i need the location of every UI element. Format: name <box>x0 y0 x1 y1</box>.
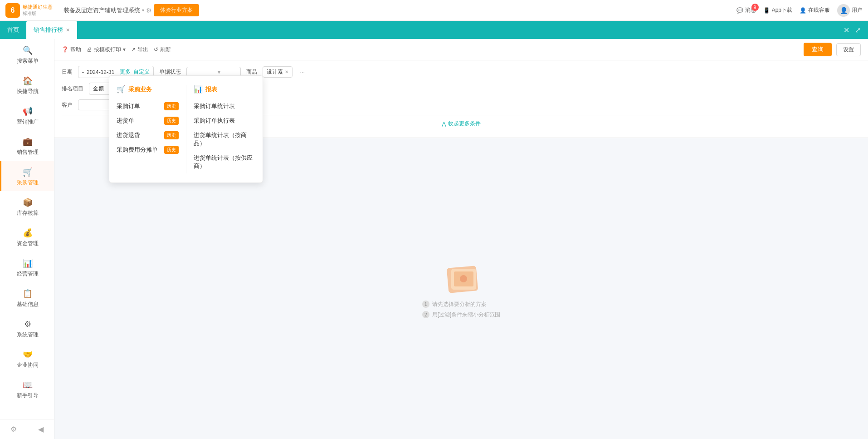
export-icon: ↗ <box>131 46 136 53</box>
date-more-btn[interactable]: 更多 <box>120 68 131 76</box>
tab-home[interactable]: 首页 <box>0 21 26 39</box>
user-btn[interactable]: 👤 用户 <box>837 4 863 17</box>
sidebar-item-guide[interactable]: 📖 新手引导 <box>0 374 54 404</box>
collapse-sidebar-icon[interactable]: ◀ <box>38 425 44 434</box>
settings-btn[interactable]: 设置 <box>836 43 861 56</box>
dropdown-goods-receipt[interactable]: 进货单 历史 <box>117 113 179 128</box>
collapse-icon: ⋀ <box>442 121 446 127</box>
action-bar-right: 查询 设置 <box>804 43 861 56</box>
history-badge-1[interactable]: 历史 <box>164 117 179 125</box>
tab-expand-icon[interactable]: ⤢ <box>855 26 861 35</box>
query-btn[interactable]: 查询 <box>804 43 832 56</box>
dropdown-left-col: 🛒 采购业务 采购订单 历史 进货单 历史 进货退货 历史 <box>109 81 186 177</box>
basic-icon: 📋 <box>23 289 33 299</box>
sidebar-item-marketing[interactable]: 📢 营销推广 <box>0 100 54 130</box>
logo-sub: 标准版 <box>23 10 53 17</box>
sidebar-item-collab[interactable]: 🤝 企业协同 <box>0 343 54 374</box>
dropdown-goods-stats-by-goods[interactable]: 进货单统计表（按商品） <box>194 128 256 151</box>
avatar: 👤 <box>837 4 850 17</box>
action-bar: ❓ 帮助 🖨 按模板打印 ▾ ↗ 导出 ↺ 刷新 查询 设置 <box>54 39 868 60</box>
dropdown-purchase-order-stats[interactable]: 采购订单统计表 <box>194 99 256 113</box>
guide-icon: 📖 <box>23 380 33 390</box>
dropdown-left-title: 🛒 采购业务 <box>117 85 179 94</box>
print-dropdown-icon[interactable]: ▾ <box>123 46 126 53</box>
content-area: ❓ 帮助 🖨 按模板打印 ▾ ↗ 导出 ↺ 刷新 查询 设置 <box>54 39 868 439</box>
history-badge-0[interactable]: 历史 <box>164 102 179 110</box>
industry-btn[interactable]: 体验行业方案 <box>154 4 199 16</box>
service-btn[interactable]: 👤 在线客服 <box>800 6 830 14</box>
logo-text: 畅捷通好生意 <box>23 4 53 10</box>
customer-label: 客户 <box>62 101 73 109</box>
dropdown-purchase-expense[interactable]: 采购费用分摊单 历史 <box>117 143 179 157</box>
purchase-menu-icon: 🛒 <box>117 85 126 94</box>
app-download-btn[interactable]: 📱 App下载 <box>763 6 792 14</box>
history-badge-3[interactable]: 历史 <box>164 146 179 154</box>
sidebar-item-purchase[interactable]: 🛒 采购管理 <box>0 161 54 191</box>
sidebar-item-inventory[interactable]: 📦 库存核算 <box>0 191 54 222</box>
print-icon: 🖨 <box>87 46 92 53</box>
logo-icon: 6 <box>5 3 20 18</box>
refresh-icon: ↺ <box>154 46 158 53</box>
collapse-btn[interactable]: ⋀ 收起更多条件 <box>442 117 481 130</box>
main-layout: 🔍 搜索菜单 🏠 快捷导航 📢 营销推广 💼 销售管理 🛒 采购管理 📦 库存核… <box>0 39 868 439</box>
sales-icon: 💼 <box>23 137 33 147</box>
dropdown-right-col: 📊 报表 采购订单统计表 采购订单执行表 进货单统计表（按商品） 进货单统计表（… <box>186 81 263 177</box>
goods-more-dots[interactable]: ··· <box>300 69 305 75</box>
empty-hint-2: 2 用[过滤]条件来缩小分析范围 <box>422 311 501 319</box>
topbar: 6 畅捷通好生意 标准版 装备及固定资产辅助管理系统 ▾ ⚙ 体验行业方案 💬 … <box>0 0 868 21</box>
message-icon: 💬 <box>736 7 743 14</box>
settings-bottom-icon[interactable]: ⚙ <box>10 425 17 434</box>
message-btn[interactable]: 💬 消息 9 <box>736 6 756 14</box>
dropdown-cols: 🛒 采购业务 采购订单 历史 进货单 历史 进货退货 历史 <box>109 81 263 177</box>
empty-svg <box>439 259 488 300</box>
sidebar: 🔍 搜索菜单 🏠 快捷导航 📢 营销推广 💼 销售管理 🛒 采购管理 📦 库存核… <box>0 39 54 439</box>
refresh-btn[interactable]: ↺ 刷新 <box>154 46 171 54</box>
tab-sales-ranking[interactable]: 销售排行榜 ✕ <box>26 21 77 39</box>
search-icon: 🔍 <box>23 45 33 55</box>
message-badge: 9 <box>751 4 759 11</box>
system-dropdown-arrow[interactable]: ▾ <box>142 8 144 13</box>
sidebar-item-search[interactable]: 🔍 搜索菜单 <box>0 39 54 69</box>
system-icon: ⚙ <box>24 319 31 329</box>
funds-icon: 💰 <box>23 228 33 238</box>
goods-tag: 设计素 ✕ <box>263 66 293 78</box>
sidebar-bottom: ⚙ ◀ <box>0 419 54 439</box>
sidebar-item-quick[interactable]: 🏠 快捷导航 <box>0 69 54 100</box>
dropdown-purchase-order[interactable]: 采购订单 历史 <box>117 99 179 113</box>
marketing-icon: 📢 <box>23 106 33 116</box>
sidebar-item-funds[interactable]: 💰 资金管理 <box>0 222 54 252</box>
topbar-right: 💬 消息 9 📱 App下载 👤 在线客服 👤 用户 <box>736 4 863 17</box>
dropdown-goods-return[interactable]: 进货退货 历史 <box>117 128 179 143</box>
print-btn[interactable]: 🖨 按模板打印 ▾ <box>87 46 126 54</box>
tab-close-icon[interactable]: ✕ <box>66 27 70 33</box>
help-btn[interactable]: ❓ 帮助 <box>62 46 81 54</box>
date-custom-btn[interactable]: 自定义 <box>133 68 150 76</box>
sidebar-item-sales[interactable]: 💼 销售管理 <box>0 130 54 161</box>
purchase-dropdown-menu: 🛒 采购业务 采购订单 历史 进货单 历史 进货退货 历史 <box>109 75 263 183</box>
help-icon: ❓ <box>62 46 68 53</box>
history-badge-2[interactable]: 历史 <box>164 131 179 139</box>
tab-actions: ✕ ⤢ <box>844 26 868 35</box>
dropdown-purchase-order-exec[interactable]: 采购订单执行表 <box>194 113 256 128</box>
goods-tag-close[interactable]: ✕ <box>285 69 288 74</box>
rank-label: 排名项目 <box>62 85 83 93</box>
status-dropdown-icon: ▾ <box>218 69 220 75</box>
service-icon: 👤 <box>800 7 806 14</box>
sidebar-item-system[interactable]: ⚙ 系统管理 <box>0 313 54 343</box>
goods-label: 商品 <box>246 68 257 76</box>
home-icon: 🏠 <box>23 76 33 86</box>
empty-illustration <box>439 259 484 295</box>
export-btn[interactable]: ↗ 导出 <box>131 46 148 54</box>
sidebar-item-basic[interactable]: 📋 基础信息 <box>0 282 54 313</box>
dropdown-goods-stats-by-supplier[interactable]: 进货单统计表（按供应商） <box>194 151 256 173</box>
collab-icon: 🤝 <box>23 350 33 360</box>
tab-close-all-icon[interactable]: ✕ <box>844 26 849 35</box>
phone-icon: 📱 <box>763 7 770 14</box>
purchase-icon: 🛒 <box>23 167 33 177</box>
sidebar-item-operations[interactable]: 📊 经营管理 <box>0 252 54 282</box>
date-end: 2024-12-31 <box>87 69 114 75</box>
system-gear-icon[interactable]: ⚙ <box>146 7 152 14</box>
operations-icon: 📊 <box>23 258 33 268</box>
system-name: 装备及固定资产辅助管理系统 ▾ ⚙ <box>63 6 154 15</box>
svg-point-3 <box>460 275 467 282</box>
